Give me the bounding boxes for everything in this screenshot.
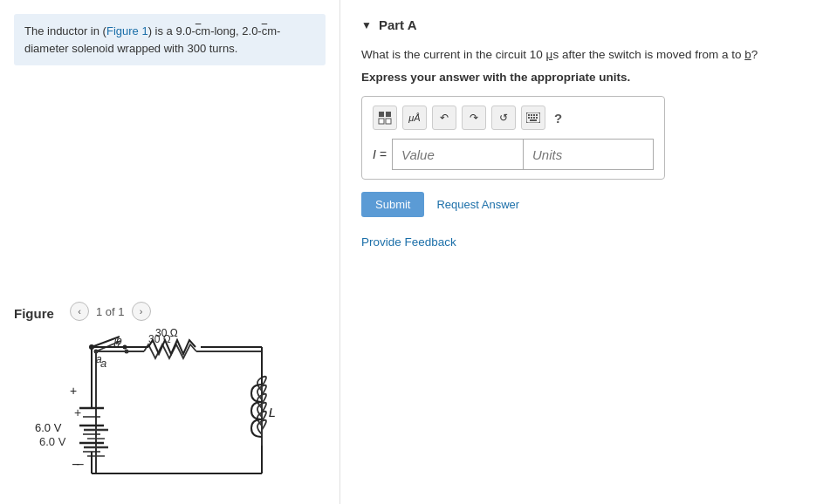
svg-text:6.0 V: 6.0 V <box>35 421 62 434</box>
prev-figure-btn[interactable]: ‹ <box>70 302 89 321</box>
refresh-btn[interactable]: ↺ <box>491 106 516 130</box>
figure-link[interactable]: Figure 1 <box>106 24 148 37</box>
mu-btn[interactable]: μÅ <box>402 106 427 130</box>
svg-rect-54 <box>533 114 535 116</box>
matrix-btn[interactable] <box>373 106 397 130</box>
svg-text:b: b <box>116 335 122 347</box>
collapse-arrow[interactable]: ▼ <box>361 19 372 31</box>
keyboard-btn[interactable] <box>521 106 545 130</box>
question-text: What is the current in the circuit 10 μs… <box>361 46 795 64</box>
svg-rect-60 <box>530 119 537 121</box>
submit-button[interactable]: Submit <box>361 192 424 217</box>
right-panel: ▼ Part A What is the current in the circ… <box>340 0 816 504</box>
value-input[interactable] <box>392 139 523 170</box>
svg-rect-57 <box>531 117 532 119</box>
action-row: Submit Request Answer <box>361 192 795 217</box>
part-header: ▼ Part A <box>361 17 795 32</box>
svg-text:+: + <box>70 384 77 398</box>
svg-rect-55 <box>536 114 538 116</box>
svg-rect-56 <box>528 117 530 119</box>
circuit-diagram: + − 6.0 V 30 Ω a b L <box>26 325 305 487</box>
svg-rect-47 <box>379 112 384 117</box>
figure-label: Figure <box>14 306 54 321</box>
svg-rect-58 <box>533 117 535 119</box>
help-icon[interactable]: ? <box>554 111 562 126</box>
answer-box: μÅ ↶ ↷ ↺ ? I = <box>361 96 665 180</box>
undo-btn[interactable]: ↶ <box>432 106 456 130</box>
svg-text:L: L <box>269 405 276 419</box>
request-answer-link[interactable]: Request Answer <box>436 198 519 211</box>
figure-nav: ‹ 1 of 1 › <box>70 302 151 321</box>
part-title: Part A <box>379 17 417 32</box>
units-input[interactable] <box>523 139 654 170</box>
redo-btn[interactable]: ↷ <box>462 106 486 130</box>
next-figure-btn[interactable]: › <box>132 302 151 321</box>
svg-rect-49 <box>379 119 384 124</box>
svg-rect-48 <box>386 112 391 117</box>
svg-rect-52 <box>528 114 530 116</box>
input-label: I = <box>373 147 387 161</box>
svg-text:a: a <box>96 353 102 365</box>
svg-point-29 <box>123 345 127 350</box>
bold-instruction: Express your answer with the appropriate… <box>361 71 795 84</box>
svg-text:30 Ω: 30 Ω <box>155 327 178 339</box>
input-row: I = <box>373 139 654 170</box>
problem-text: The inductor in (Figure 1) is a 9.0-cm-l… <box>14 14 326 65</box>
svg-rect-59 <box>536 117 538 119</box>
toolbar: μÅ ↶ ↷ ↺ ? <box>373 106 654 130</box>
svg-rect-53 <box>531 114 532 116</box>
left-panel: The inductor in (Figure 1) is a 9.0-cm-l… <box>0 0 340 504</box>
svg-text:−: − <box>72 457 79 472</box>
figure-page: 1 of 1 <box>96 305 125 318</box>
provide-feedback-link[interactable]: Provide Feedback <box>361 235 456 249</box>
svg-rect-50 <box>386 119 391 124</box>
